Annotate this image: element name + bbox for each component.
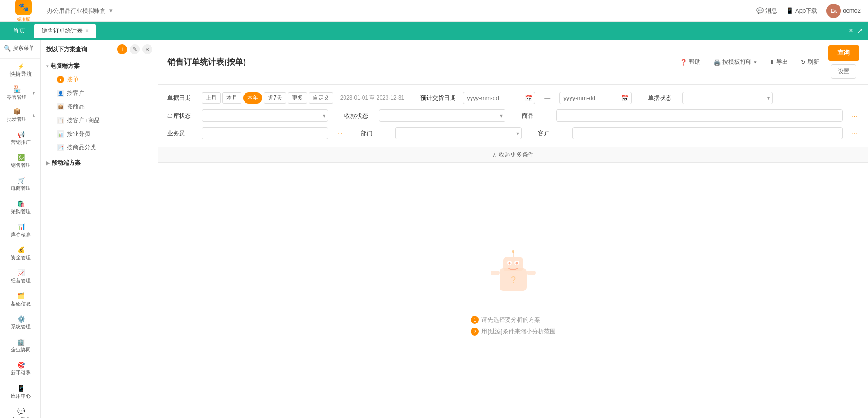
sidebar-item-enterprise[interactable]: 🏢 企业协同: [0, 334, 40, 357]
refresh-button[interactable]: ↻ 刷新: [797, 56, 823, 68]
edit-plan-button[interactable]: ✎: [130, 44, 140, 54]
search-menu-label: 搜索菜单: [13, 44, 34, 52]
user-profile[interactable]: Ea demo2: [826, 4, 861, 18]
customer-ellipsis-button[interactable]: ···: [850, 130, 859, 137]
sidebar-item-inventory[interactable]: 📊 库存核算: [0, 218, 40, 242]
sidebar-item-appstore[interactable]: 📱 应用中心: [0, 380, 40, 403]
tab-maximize-button[interactable]: ⤢: [857, 27, 863, 35]
tab-active[interactable]: 销售订单统计表 ×: [34, 24, 96, 38]
print-label: 按模板打印: [722, 58, 752, 66]
empty-hints: 1 请先选择要分析的方案 2 用[过滤]条件来缩小分析范围: [471, 316, 555, 336]
expected-date-to-input[interactable]: [559, 92, 632, 104]
sidebar-item-finance[interactable]: 💰 资金管理: [0, 242, 40, 265]
dept-select[interactable]: [395, 127, 522, 139]
tree-child-by-salesperson[interactable]: 📊 按业务员: [41, 127, 158, 141]
sidebar-item-wechat[interactable]: 💬 企业微信: [0, 403, 40, 418]
collapse-panel-button[interactable]: «: [142, 44, 152, 54]
empty-illustration: ?: [486, 246, 540, 309]
date-btn-last-7[interactable]: 近7天: [264, 92, 286, 104]
sidebar-item-retail-label: 零售管理: [7, 94, 27, 100]
sidebar-item-basic-label: 基础信息: [11, 300, 31, 307]
tab-close-button[interactable]: ×: [849, 27, 853, 35]
sidebar-item-operations[interactable]: 📈 经营管理: [0, 265, 40, 288]
date-btn-custom[interactable]: 自定义: [309, 92, 333, 104]
sidebar-item-newbie[interactable]: 🎯 新手引导: [0, 357, 40, 380]
top-bar: 🐾 标准版 办公用品行业模拟账套 ▾ 💬 消息 📱 App下载 Ea demo2: [0, 0, 868, 22]
add-plan-button[interactable]: +: [117, 44, 127, 54]
settings-button[interactable]: 设置: [831, 64, 856, 79]
right-content: 销售订单统计表(按单) ❓ 帮助 🖨️ 按模板打印 ▾ ⬇ 导出: [158, 40, 868, 418]
sidebar-item-basic[interactable]: 🗂️ 基础信息: [0, 288, 40, 311]
tab-home[interactable]: 首页: [5, 24, 33, 38]
by-order-label: 按单: [67, 76, 79, 84]
receipt-status-select[interactable]: [379, 109, 505, 122]
marketing-icon: 📢: [17, 131, 25, 138]
date-btn-this-month[interactable]: 本月: [222, 92, 241, 104]
basic-icon: 🗂️: [17, 292, 25, 299]
query-button[interactable]: 查询: [828, 45, 859, 61]
export-label: 导出: [776, 58, 788, 66]
tree-child-by-customer-product[interactable]: 📋 按客户+商品: [41, 114, 158, 127]
help-button[interactable]: ❓ 帮助: [676, 56, 704, 68]
tree-child-by-product[interactable]: 📦 按商品: [41, 100, 158, 114]
sidebar-item-operations-label: 经营管理: [11, 277, 31, 284]
sidebar-item-appstore-label: 应用中心: [11, 393, 31, 399]
tree-parent-pc[interactable]: ▾ 电脑端方案: [41, 59, 158, 73]
by-customer-icon: 👤: [57, 90, 64, 97]
product-ellipsis-button[interactable]: ···: [850, 112, 859, 119]
date-dash: —: [544, 95, 550, 101]
by-salesperson-label: 按业务员: [67, 130, 90, 138]
svg-rect-6: [491, 271, 500, 275]
date-btn-more[interactable]: 更多: [288, 92, 307, 104]
tree-child-by-order[interactable]: ● 按单: [41, 73, 158, 86]
sidebar-item-ecommerce[interactable]: 🛒 电商管理: [0, 172, 40, 195]
print-button[interactable]: 🖨️ 按模板打印 ▾: [710, 56, 760, 68]
sidebar-item-purchase[interactable]: 🛍️ 采购管理: [0, 195, 40, 218]
collapse-bar: ∧ 收起更多条件: [158, 147, 868, 163]
sidebar-item-system[interactable]: ⚙️ 系统管理: [0, 311, 40, 334]
sidebar-item-retail[interactable]: 🏪 零售管理 ▾: [0, 82, 40, 104]
sidebar-item-sales[interactable]: 💹 销售管理: [0, 149, 40, 172]
app-title-dropdown[interactable]: ▾: [109, 7, 113, 14]
collapse-filter-button[interactable]: ∧ 收起更多条件: [492, 151, 534, 159]
tree-child-by-category[interactable]: 📑 按商品分类: [41, 141, 158, 154]
out-status-select[interactable]: [202, 109, 328, 122]
user-label: demo2: [843, 7, 861, 14]
status-select[interactable]: [682, 92, 773, 104]
left-panel: 按以下方案查询 + ✎ « ▾ 电脑端方案: [41, 40, 158, 418]
sidebar-item-wholesale[interactable]: 📦 批发管理 ▴: [0, 104, 40, 126]
left-panel-actions: + ✎ «: [117, 44, 152, 54]
sidebar-item-quick-nav[interactable]: ⚡ 快捷导航: [0, 59, 40, 82]
salesperson-ellipsis-button[interactable]: ···: [335, 130, 344, 137]
tree-parent-mobile[interactable]: ▶ 移动端方案: [41, 156, 158, 170]
date-btn-this-year[interactable]: 本年: [243, 92, 262, 104]
message-button[interactable]: 💬 消息: [756, 7, 777, 15]
date-btn-last-month[interactable]: 上月: [202, 92, 221, 104]
tree-child-by-customer[interactable]: 👤 按客户: [41, 86, 158, 100]
print-dropdown-icon[interactable]: ▾: [754, 59, 757, 66]
sidebar-item-marketing[interactable]: 📢 营销推广: [0, 126, 40, 149]
sidebar-item-marketing-label: 营销推广: [11, 139, 31, 146]
page-actions: ❓ 帮助 🖨️ 按模板打印 ▾ ⬇ 导出 ↻ 刷新: [676, 45, 859, 79]
salesperson-input[interactable]: [202, 127, 328, 139]
sidebar-item-sales-label: 销售管理: [11, 162, 31, 169]
by-customer-product-label: 按客户+商品: [67, 116, 100, 124]
export-button[interactable]: ⬇ 导出: [766, 56, 792, 68]
by-category-icon: 📑: [57, 144, 64, 151]
salesperson-label: 业务员: [167, 129, 194, 138]
filter-row-3: 业务员 ··· 部门 客户 ···: [167, 127, 859, 139]
search-menu-area[interactable]: 🔍 搜索菜单: [0, 44, 40, 56]
main-layout: 🔍 搜索菜单 ⚡ 快捷导航 🏪 零售管理 ▾ 📦 批发管理: [0, 40, 868, 418]
tab-close-icon[interactable]: ×: [85, 28, 89, 34]
product-input[interactable]: [556, 109, 843, 122]
customer-input[interactable]: [572, 127, 843, 139]
date-to-text: 2023-12-31: [377, 95, 404, 101]
retail-arrow-icon: ▾: [33, 90, 35, 95]
expected-date-from-input[interactable]: [463, 92, 535, 104]
app-download-button[interactable]: 📱 App下载: [786, 7, 817, 15]
sidebar-item-newbie-label: 新手引导: [11, 370, 31, 376]
sales-icon: 💹: [17, 154, 25, 161]
collapse-label: 收起更多条件: [499, 151, 534, 159]
app-title: 办公用品行业模拟账套: [47, 7, 106, 15]
svg-point-4: [509, 262, 511, 264]
